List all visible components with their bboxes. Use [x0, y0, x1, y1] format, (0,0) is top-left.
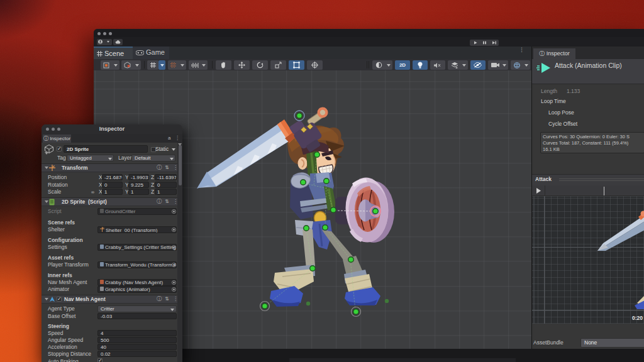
svg-text:0:20: 0:20	[632, 315, 643, 321]
